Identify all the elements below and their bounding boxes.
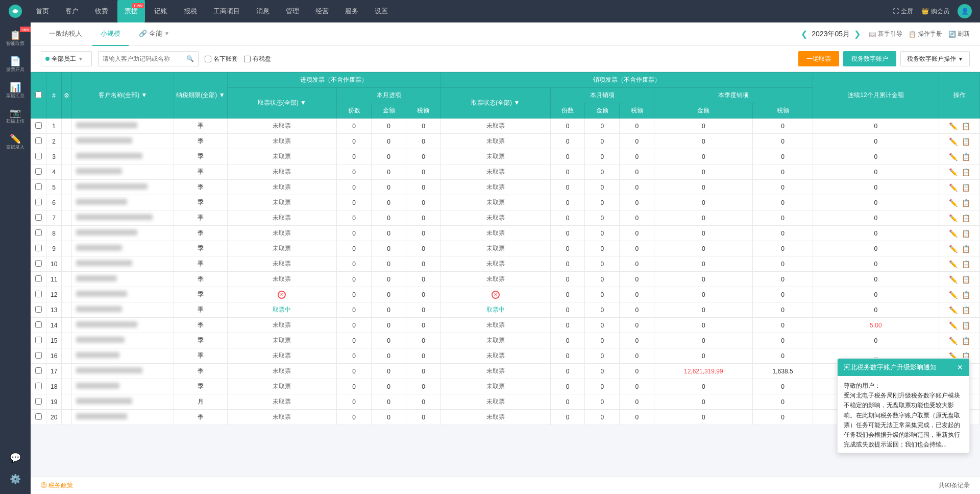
in-status-cell[interactable]: 未取票 [227,134,337,149]
out-status-cell[interactable]: 未取票 [440,210,550,226]
client-name-cell[interactable] [72,210,174,226]
fullscreen-button[interactable]: ⛶ 全屏 [893,7,913,16]
client-name-cell[interactable] [72,379,174,394]
row-checkbox[interactable] [35,398,42,405]
edit-icon[interactable]: ✏️ [949,122,958,130]
row-checkbox[interactable] [35,122,42,129]
nav-message[interactable]: 消息 [249,0,277,22]
tab-all-capable[interactable]: 🔗 全能 ▼ [131,22,178,46]
in-status-cell[interactable]: 未取票 [227,318,337,333]
in-status-header[interactable]: 取票状态(全部) ▼ [227,88,337,119]
edit-icon[interactable]: ✏️ [949,137,958,146]
sidebar-item-open-invoice[interactable]: 📄 发票开具 [0,53,31,77]
in-status-cell[interactable]: 未取票 [227,119,337,134]
client-name-cell[interactable] [72,287,174,302]
taxpad-checkbox-label[interactable]: 有税盘 [244,55,271,63]
nav-tax[interactable]: 报税 [177,0,204,22]
out-status-cell[interactable]: 未取票 [440,195,550,210]
out-status-cell[interactable]: 取票中 [440,302,550,318]
nav-invoice[interactable]: 票据 new [117,0,145,22]
out-status-cell[interactable]: 未取票 [440,164,550,180]
in-status-cell[interactable]: ✕ [227,287,337,302]
new-guide-button[interactable]: 📖 新手引导 [869,30,902,38]
taxpad-checkbox[interactable] [244,56,251,62]
out-status-cell[interactable]: 未取票 [440,272,550,287]
client-name-cell[interactable] [72,180,174,195]
in-status-cell[interactable]: 未取票 [227,180,337,195]
client-name-cell[interactable] [72,226,174,241]
out-status-cell[interactable]: 未取票 [440,364,550,379]
in-status-cell[interactable]: 取票中 [227,302,337,318]
tax-period-header[interactable]: 纳税期限(全部) ▼ [174,73,227,119]
copy-icon[interactable]: 📋 [962,229,970,238]
prev-month-button[interactable]: ❮ [801,29,807,39]
client-name-cell[interactable] [72,195,174,210]
nav-settings[interactable]: 设置 [368,0,395,22]
nav-operation[interactable]: 经营 [308,0,336,22]
client-name-cell[interactable] [72,119,174,134]
tax-policy-link[interactable]: ⑤ 税务政策 [41,481,73,490]
nav-service[interactable]: 服务 [338,0,365,22]
copy-icon[interactable]: 📋 [962,122,970,130]
nav-home[interactable]: 首页 [29,0,56,22]
edit-icon[interactable]: ✏️ [949,229,958,238]
one-click-fetch-button[interactable]: 一键取票 [798,51,839,66]
copy-icon[interactable]: 📋 [962,275,970,284]
next-month-button[interactable]: ❯ [854,29,861,39]
search-icon[interactable]: 🔍 [186,55,194,62]
row-checkbox[interactable] [35,168,42,175]
client-name-header[interactable]: 客户名称(全部) ▼ [72,73,174,119]
in-status-cell[interactable]: 未取票 [227,149,337,164]
client-name-cell[interactable] [72,134,174,149]
client-name-cell[interactable] [72,318,174,333]
edit-icon[interactable]: ✏️ [949,153,958,161]
out-status-cell[interactable]: 未取票 [440,241,550,256]
staff-selector[interactable]: 全部员工 ▼ [41,51,92,66]
in-status-cell[interactable]: 未取票 [227,333,337,348]
copy-icon[interactable]: 📋 [962,337,970,345]
row-checkbox[interactable] [35,337,42,343]
client-name-cell[interactable] [72,348,174,364]
edit-icon[interactable]: ✏️ [949,337,958,345]
nav-fee[interactable]: 收费 [88,0,115,22]
search-input[interactable] [103,55,184,62]
in-status-cell[interactable]: 未取票 [227,410,337,425]
row-checkbox[interactable] [35,260,42,267]
client-name-cell[interactable] [72,241,174,256]
nav-business[interactable]: 工商项目 [206,0,247,22]
copy-icon[interactable]: 📋 [962,137,970,146]
out-status-cell[interactable]: 未取票 [440,180,550,195]
row-checkbox[interactable] [35,413,42,420]
user-avatar[interactable]: 👤 [958,4,972,18]
in-status-cell[interactable]: 未取票 [227,241,337,256]
row-checkbox[interactable] [35,352,42,359]
tab-general-taxpayer[interactable]: 一般纳税人 [41,22,90,46]
in-status-cell[interactable]: 未取票 [227,348,337,364]
digital-account-button[interactable]: 税务数字账户 [843,51,896,66]
sidebar-item-help[interactable]: 💬 [8,449,23,466]
select-all-checkbox[interactable] [35,91,42,98]
row-checkbox[interactable] [35,153,42,159]
client-name-cell[interactable] [72,364,174,379]
sidebar-item-smart-invoice[interactable]: 📋 智能取票 [0,27,31,51]
out-status-cell[interactable]: 未取票 [440,410,550,425]
edit-icon[interactable]: ✏️ [949,183,958,192]
edit-icon[interactable]: ✏️ [949,214,958,222]
row-checkbox[interactable] [35,275,42,282]
row-checkbox[interactable] [35,245,42,251]
copy-icon[interactable]: 📋 [962,199,970,207]
account-checkbox[interactable] [205,56,211,62]
in-status-cell[interactable]: 未取票 [227,394,337,410]
notification-close-button[interactable]: ✕ [957,363,963,371]
in-status-cell[interactable]: 未取票 [227,164,337,180]
sidebar-item-entry[interactable]: ✏️ 票据录入 [0,130,31,154]
digital-account-ops-button[interactable]: 税务数字账户操作 ▼ [900,51,970,66]
sidebar-item-summary[interactable]: 📊 票据汇总 [0,79,31,103]
in-status-cell[interactable]: 未取票 [227,379,337,394]
row-checkbox[interactable] [35,214,42,221]
out-status-cell[interactable]: 未取票 [440,318,550,333]
client-name-cell[interactable] [72,272,174,287]
row-checkbox[interactable] [35,383,42,389]
client-name-cell[interactable] [72,394,174,410]
out-status-cell[interactable]: 未取票 [440,149,550,164]
